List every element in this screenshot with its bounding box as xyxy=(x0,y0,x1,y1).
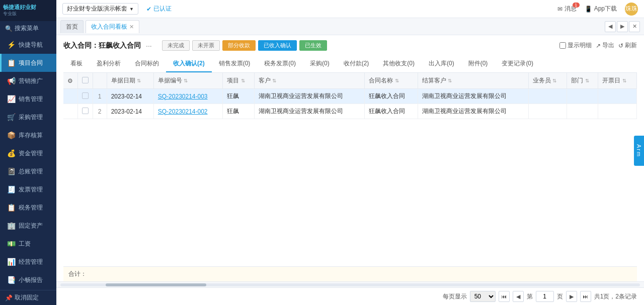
subtab-purchase[interactable]: 采购(0) xyxy=(303,56,337,72)
sidebar-item-general[interactable]: 📓 总账管理 xyxy=(0,162,56,180)
sort-date-icon: ⇅ xyxy=(137,78,141,83)
arm-float-button[interactable]: Arm xyxy=(634,136,637,166)
cell-checkbox-1[interactable] xyxy=(77,89,93,104)
prev-page-button[interactable]: ◀ xyxy=(513,291,524,302)
sidebar-item-report[interactable]: 📑 小畅报告 xyxy=(0,271,56,289)
col-settings[interactable]: ⚙ xyxy=(63,73,77,89)
message-icon: ✉ xyxy=(557,6,562,13)
sidebar-item-assets[interactable]: 🏢 固定资产 xyxy=(0,217,56,235)
row-checkbox-1[interactable] xyxy=(82,92,89,99)
select-all-checkbox[interactable] xyxy=(82,77,89,83)
subtab-revenue-confirm[interactable]: 收入确认(2) xyxy=(166,56,212,72)
chevron-down-icon: ▼ xyxy=(129,7,134,12)
marketing-icon: 📢 xyxy=(7,76,16,85)
unpin-button[interactable]: 📌 取消固定 xyxy=(0,290,56,305)
sidebar: 畅捷通好业财 专业版 🔍 搜索菜单 ⚡ 快捷导航 📋 项目合同 📢 营销推广 📈… xyxy=(0,0,56,305)
subtab-warehouse[interactable]: 出入库(0) xyxy=(422,56,461,72)
tab-close-icon[interactable]: ✕ xyxy=(129,24,134,30)
subtab-payment[interactable]: 收付款(2) xyxy=(337,56,376,72)
col-open-date[interactable]: 开票日 ⇅ xyxy=(598,73,637,89)
cell-orderno-2[interactable]: SQ-20230214-002 xyxy=(153,104,223,119)
account-selector[interactable]: 好业财专业版演示帐套 ▼ xyxy=(62,3,138,15)
tab-home[interactable]: 首页 xyxy=(60,20,84,33)
refresh-button[interactable]: ↺ 刷新 xyxy=(618,41,637,50)
message-button[interactable]: ✉ 消息 1 xyxy=(557,5,577,13)
subtab-attachments[interactable]: 附件(0) xyxy=(461,56,495,72)
sort-project-icon: ⇅ xyxy=(241,78,245,83)
show-detail-label: 显示明细 xyxy=(568,41,592,50)
sidebar-item-marketing[interactable]: 📢 营销推广 xyxy=(0,72,56,90)
sidebar-item-fund[interactable]: 💰 资金管理 xyxy=(0,144,56,162)
sidebar-item-ops[interactable]: 📊 经营管理 xyxy=(0,253,56,271)
status-partial-payment-button[interactable]: 部分收款 xyxy=(222,40,256,51)
subtab-contract-subject[interactable]: 合同标的 xyxy=(128,56,166,72)
show-detail-checkbox-label[interactable]: 显示明细 xyxy=(559,41,592,50)
app-label: App下载 xyxy=(594,5,617,13)
scrollbar-thumb[interactable] xyxy=(106,283,206,286)
show-detail-checkbox[interactable] xyxy=(559,42,566,49)
col-project[interactable]: 项目 ⇅ xyxy=(223,73,254,89)
sidebar-item-project[interactable]: 📋 项目合同 xyxy=(0,54,56,72)
subtab-tax-invoice[interactable]: 税务发票(0) xyxy=(257,56,303,72)
sidebar-item-purchase[interactable]: 🛒 采购管理 xyxy=(0,108,56,126)
page-title: 收入合同：狂飙收入合同 xyxy=(63,41,141,50)
cell-client-1: 湖南卫视商业运营发展有限公司 xyxy=(254,89,365,104)
status-uninvoiced-button[interactable]: 未开票 xyxy=(192,40,220,51)
page-size-label: 每页显示 xyxy=(443,292,467,301)
status-effective-button[interactable]: 已生效 xyxy=(299,40,327,51)
export-button[interactable]: ↗ 导出 xyxy=(596,41,614,50)
col-client[interactable]: 客户 ⇅ xyxy=(254,73,365,89)
cell-date-2: 2023-02-14 xyxy=(107,104,153,119)
quicknav-label: 快捷导航 xyxy=(19,41,43,49)
cell-checkbox-2[interactable] xyxy=(77,104,93,119)
purchase-icon: 🛒 xyxy=(7,113,16,122)
user-avatar[interactable]: 珠珠 xyxy=(625,3,638,16)
page-number-input[interactable]: 1 xyxy=(536,291,554,302)
status-incomplete-button[interactable]: 未完成 xyxy=(162,40,190,51)
search-icon: 🔍 xyxy=(5,25,13,32)
tab-close-all-button[interactable]: ✕ xyxy=(629,21,640,32)
col-salesperson[interactable]: 业务员 ⇅ xyxy=(528,73,567,89)
tax-icon: 📋 xyxy=(7,203,16,212)
app-download-button[interactable]: 📱 App下载 xyxy=(585,5,617,13)
col-order-no[interactable]: 单据编号 ⇅ xyxy=(153,73,223,89)
horizontal-scrollbar[interactable] xyxy=(56,281,644,287)
sidebar-item-sales[interactable]: 📈 销售管理 xyxy=(0,90,56,108)
row-checkbox-2[interactable] xyxy=(82,108,89,114)
last-page-button[interactable]: ⏭ xyxy=(580,291,591,302)
tab-prev-button[interactable]: ◀ xyxy=(605,21,616,32)
cell-orderno-1[interactable]: SQ-20230214-003 xyxy=(153,89,223,104)
subtab-profit[interactable]: 盈利分析 xyxy=(90,56,128,72)
sidebar-item-invoice[interactable]: 🧾 发票管理 xyxy=(0,180,56,198)
col-result-client[interactable]: 结算客户 ⇅ xyxy=(418,73,529,89)
tab-bar: 首页 收入合同看板 ✕ ◀ ▶ ✕ xyxy=(56,18,644,35)
sidebar-item-inventory[interactable]: 📦 库存核算 xyxy=(0,126,56,144)
subtab-sales-invoice[interactable]: 销售发票(0) xyxy=(212,56,258,72)
sort-salesperson-icon: ⇅ xyxy=(552,78,556,83)
subtab-other-income[interactable]: 其他收支(0) xyxy=(376,56,422,72)
table-row[interactable]: 2 2023-02-14 SQ-20230214-002 狂飙 湖南卫视商业运营… xyxy=(63,104,637,119)
account-name: 好业财专业版演示帐套 xyxy=(67,5,127,13)
export-label: 导出 xyxy=(602,41,614,50)
subtab-changes[interactable]: 变更记录(0) xyxy=(495,56,540,72)
col-date[interactable]: 单据日期 ⇅ xyxy=(107,73,153,89)
sidebar-item-hr[interactable]: 💵 工资 xyxy=(0,235,56,253)
message-badge: 1 xyxy=(573,3,580,8)
tab-contract-board[interactable]: 收入合同看板 ✕ xyxy=(86,20,139,33)
col-dept[interactable]: 部门 ⇅ xyxy=(567,73,598,89)
next-page-button[interactable]: ▶ xyxy=(566,291,577,302)
subtab-board[interactable]: 看板 xyxy=(63,56,90,72)
sidebar-item-quicknav[interactable]: ⚡ 快捷导航 xyxy=(0,36,56,54)
sidebar-item-tax[interactable]: 📋 税务管理 xyxy=(0,198,56,217)
first-page-button[interactable]: ⏮ xyxy=(499,291,510,302)
more-options-button[interactable]: ··· xyxy=(146,42,152,50)
search-menu-label: 搜索菜单 xyxy=(15,24,39,33)
tab-next-button[interactable]: ▶ xyxy=(617,21,628,32)
col-contract-name[interactable]: 合同名称 ⇅ xyxy=(365,73,418,89)
cell-salesperson-2 xyxy=(528,104,567,119)
status-confirmed-button[interactable]: 已收入确认 xyxy=(258,40,297,51)
table-row[interactable]: 1 2023-02-14 SQ-20230214-003 狂飙 湖南卫视商业运营… xyxy=(63,89,637,104)
search-menu-item[interactable]: 🔍 搜索菜单 xyxy=(0,21,56,36)
unpin-label: 取消固定 xyxy=(15,293,39,302)
page-size-select[interactable]: 20 50 100 200 xyxy=(470,291,496,302)
